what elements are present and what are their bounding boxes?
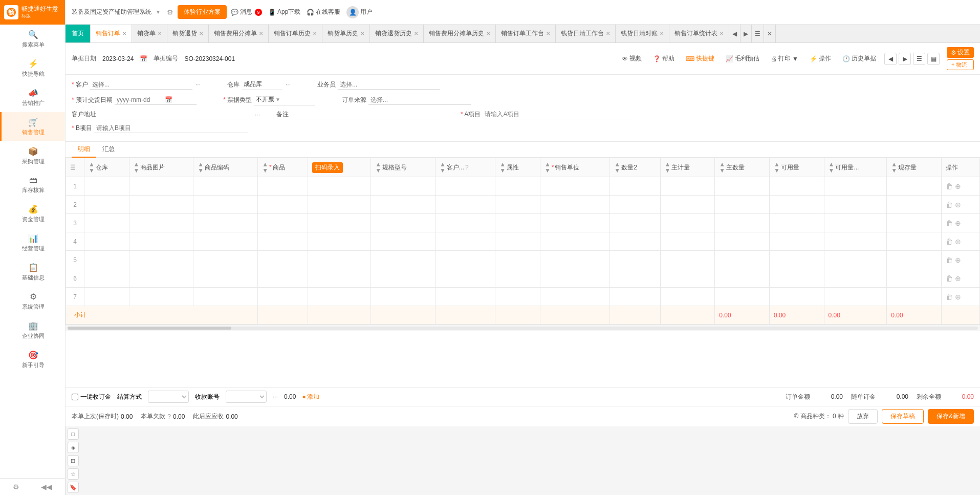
row-6-mqty[interactable]: [715, 269, 770, 288]
tab-next-button[interactable]: ▶: [741, 25, 752, 43]
tab-close-icon-10[interactable]: ✕: [606, 31, 610, 36]
row-6-code[interactable]: [193, 269, 258, 288]
message-button[interactable]: 💬 消息 9: [231, 8, 262, 16]
delete-icon-4[interactable]: 🗑: [946, 238, 953, 246]
row-2-warehouse[interactable]: [84, 196, 129, 214]
delete-icon-5[interactable]: 🗑: [946, 256, 953, 264]
sidebar-item-enterprise[interactable]: 🏢 企业协同: [0, 316, 65, 345]
row-2-munit[interactable]: [660, 196, 715, 214]
row-3-warehouse[interactable]: [84, 214, 129, 232]
right-panel-btn-5[interactable]: 🔖: [68, 482, 79, 493]
row-2-avail2[interactable]: [824, 196, 887, 214]
attr-sort-icon[interactable]: ▲▼: [499, 161, 506, 174]
row-4-qty2[interactable]: [610, 232, 660, 251]
delete-icon-1[interactable]: 🗑: [946, 182, 953, 190]
tab-prev-button[interactable]: ◀: [729, 25, 741, 43]
print-button[interactable]: 🖨 打印 ▼: [768, 53, 801, 64]
row-5-ccode[interactable]: [435, 251, 495, 269]
save-new-button[interactable]: 保存&新增: [928, 409, 974, 424]
row-3-product[interactable]: [258, 214, 308, 232]
settings-bottom-icon[interactable]: ⚙: [13, 483, 19, 491]
scroll-thumb[interactable]: [68, 327, 231, 330]
row-3-scan[interactable]: [308, 214, 371, 232]
receipt-expand-icon[interactable]: ···: [273, 393, 278, 400]
row-7-ccode[interactable]: [435, 288, 495, 306]
online-service-button[interactable]: 🎧 在线客服: [307, 8, 340, 16]
gear-icon[interactable]: ☰: [70, 164, 76, 171]
tab-sales-order-history[interactable]: 销售订单历史 ✕: [269, 25, 322, 43]
tab-close-icon-12[interactable]: ✕: [720, 31, 724, 36]
row-1-avail2[interactable]: [824, 177, 887, 196]
row-1-code[interactable]: [193, 177, 258, 196]
row-6-avail[interactable]: [769, 269, 824, 288]
row-6-munit[interactable]: [660, 269, 715, 288]
tab-home[interactable]: 首页: [66, 25, 91, 43]
row-2-curr[interactable]: [887, 196, 942, 214]
row-1-munit[interactable]: [660, 177, 715, 196]
print-dropdown-icon[interactable]: ▼: [792, 55, 798, 62]
invoice-dropdown-icon[interactable]: ▼: [275, 97, 280, 102]
qty2-sort-icon[interactable]: ▲▼: [614, 161, 620, 174]
history-button[interactable]: 🕐 历史单据: [839, 53, 879, 64]
row-7-image[interactable]: [129, 288, 193, 306]
row-2-scan[interactable]: [308, 196, 371, 214]
tab-close-icon-5[interactable]: ✕: [313, 31, 317, 36]
code-sort-icon[interactable]: ▲▼: [198, 161, 204, 174]
row-4-warehouse[interactable]: [84, 232, 129, 251]
row-6-attr[interactable]: [495, 269, 540, 288]
tab-sales-order[interactable]: 销售订单 ✕: [91, 25, 132, 43]
row-7-mqty[interactable]: [715, 288, 770, 306]
row-2-avail[interactable]: [769, 196, 824, 214]
row-6-ccode[interactable]: [435, 269, 495, 288]
row-4-code[interactable]: [193, 232, 258, 251]
tab-goods-history[interactable]: 销货单历史 ✕: [322, 25, 370, 43]
th-gear[interactable]: ☰: [66, 158, 84, 177]
payment-method-select[interactable]: [148, 391, 189, 403]
row-5-curr[interactable]: [887, 251, 942, 269]
right-panel-btn-1[interactable]: □: [68, 428, 79, 440]
copy-icon-2[interactable]: ⊕: [955, 201, 961, 209]
row-3-munit[interactable]: [660, 214, 715, 232]
tab-close-icon-11[interactable]: ✕: [660, 31, 664, 36]
sidebar-item-purchase[interactable]: 📦 采购管理: [0, 141, 65, 170]
scan-btn[interactable]: 扫码录入: [312, 162, 343, 173]
row-1-unit[interactable]: [540, 177, 609, 196]
warehouse-value[interactable]: 成品库: [242, 79, 282, 90]
tab-summary[interactable]: 汇总: [96, 142, 121, 158]
add-receipt-button[interactable]: ● 添加: [302, 393, 319, 401]
copy-icon-4[interactable]: ⊕: [955, 238, 961, 246]
sidebar-item-finance[interactable]: 💰 资金管理: [0, 199, 65, 228]
row-3-ccode[interactable]: [435, 214, 495, 232]
tab-daily-reconcile[interactable]: 钱货日清对账 ✕: [616, 25, 669, 43]
row-2-attr[interactable]: [495, 196, 540, 214]
row-4-product[interactable]: [258, 232, 308, 251]
right-panel-btn-4[interactable]: ☆: [68, 468, 79, 480]
grid-view-icon[interactable]: ▦: [927, 53, 940, 65]
row-7-qty2[interactable]: [610, 288, 660, 306]
sidebar-item-search[interactable]: 🔍 搜索菜单: [0, 25, 65, 54]
system-dropdown-icon[interactable]: ▼: [156, 9, 161, 15]
image-sort-icon[interactable]: ▲▼: [134, 161, 140, 174]
right-panel-btn-3[interactable]: ⊞: [68, 455, 79, 466]
calendar-icon[interactable]: 📅: [140, 55, 147, 62]
row-3-unit[interactable]: [540, 214, 609, 232]
row-5-image[interactable]: [129, 251, 193, 269]
help-icon-customer[interactable]: ?: [465, 164, 469, 171]
row-2-ccode[interactable]: [435, 196, 495, 214]
delete-icon-6[interactable]: 🗑: [946, 274, 953, 283]
row-2-mqty[interactable]: [715, 196, 770, 214]
sidebar-item-basic-info[interactable]: 📋 基础信息: [0, 257, 65, 287]
row-1-image[interactable]: [129, 177, 193, 196]
row-7-code[interactable]: [193, 288, 258, 306]
delete-icon-7[interactable]: 🗑: [946, 293, 953, 301]
row-4-avail[interactable]: [769, 232, 824, 251]
row-7-munit[interactable]: [660, 288, 715, 306]
tab-sales-expense[interactable]: 销售费用分摊单 ✕: [209, 25, 269, 43]
settings-gear-icon[interactable]: ⚙: [167, 8, 173, 16]
copy-icon-3[interactable]: ⊕: [955, 219, 961, 227]
salesperson-input[interactable]: [338, 80, 440, 90]
tab-expense-history[interactable]: 销售费用分摊单历史 ✕: [424, 25, 496, 43]
row-2-product[interactable]: [258, 196, 308, 214]
one-click-deposit-checkbox[interactable]: 一键收订金: [72, 393, 111, 401]
receipt-account-select[interactable]: [226, 391, 267, 403]
